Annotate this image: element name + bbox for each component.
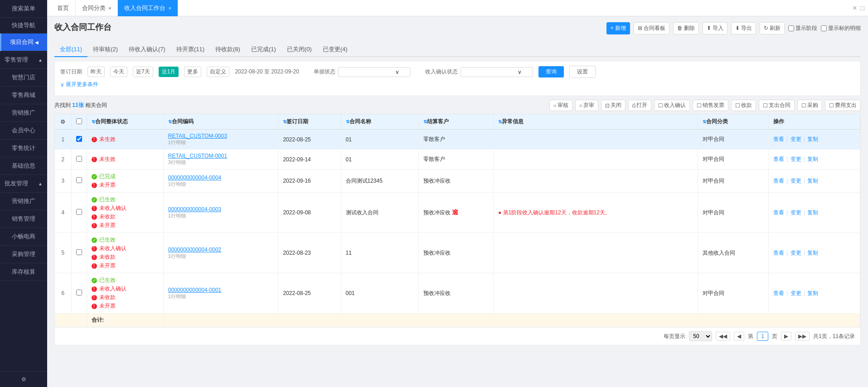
date-btn-today[interactable]: 今天 — [110, 67, 127, 77]
out-contract-btn[interactable]: ☐ 支出合同 — [759, 100, 795, 111]
contract-code-link[interactable]: 0000000000004-0003 — [168, 206, 221, 213]
date-btn-more[interactable]: 更多 — [184, 67, 201, 77]
row-checkbox[interactable] — [71, 169, 87, 193]
change-btn[interactable]: 变更 — [790, 178, 801, 184]
sales-invoice-btn[interactable]: ☐ 销售发票 — [693, 100, 728, 111]
sidebar-item-ecommerce[interactable]: 零售商城 — [0, 87, 47, 104]
sidebar-item-label: 营销推广 — [12, 198, 35, 204]
date-btn-yesterday[interactable]: 昨天 — [87, 67, 105, 77]
change-btn[interactable]: 变更 — [790, 156, 801, 162]
sidebar-item-basic[interactable]: 基础信息 — [0, 157, 47, 175]
change-btn[interactable]: 变更 — [790, 136, 801, 142]
change-btn[interactable]: 变更 — [790, 250, 801, 256]
view-btn[interactable]: 查看 — [773, 178, 784, 184]
review-btn[interactable]: ○ 审核 — [549, 100, 572, 111]
export-button[interactable]: ⬇ 导出 — [731, 22, 756, 34]
copy-btn[interactable]: 复制 — [807, 209, 818, 216]
sidebar-settings[interactable]: ⚙ — [0, 371, 47, 387]
sidebar-item-smart[interactable]: 智慧门店 — [0, 69, 47, 87]
window-close-icon[interactable]: × — [853, 4, 857, 12]
sidebar-item-member[interactable]: 会员中心 — [0, 122, 47, 140]
purchase-btn[interactable]: ☐ 采购 — [797, 100, 822, 111]
sidebar-item-stats[interactable]: 零售统计 — [0, 140, 47, 157]
sidebar-item-sales[interactable]: 销售管理 — [0, 210, 47, 228]
view-btn[interactable]: 查看 — [773, 290, 784, 296]
doc-status-chevron: ∨ — [395, 69, 399, 75]
window-maximize-icon[interactable]: □ — [861, 5, 864, 12]
setting-button[interactable]: 设置 — [569, 66, 596, 78]
contract-code-link[interactable]: RETAIL_CUSTOM-0003 — [168, 133, 227, 139]
doc-status-select[interactable]: ∨ — [338, 67, 411, 77]
change-btn[interactable]: 变更 — [790, 209, 801, 216]
status-tab-completed[interactable]: 已完成(1) — [246, 43, 281, 56]
sidebar-nav[interactable]: 快捷导航 — [0, 18, 47, 34]
tab-contract-type-close[interactable]: × — [108, 5, 111, 11]
sidebar-item-marketing[interactable]: 营销推广 — [0, 104, 47, 122]
sidebar-item-marketing2[interactable]: 营销推广 — [0, 193, 47, 210]
sidebar-item-purchase[interactable]: 采购管理 — [0, 246, 47, 263]
row-checkbox[interactable] — [71, 130, 87, 150]
print-btn[interactable]: ⎙ 打开 — [628, 100, 651, 111]
change-btn[interactable]: 变更 — [790, 290, 801, 296]
sidebar-item-xiaochu[interactable]: 小畅电商 — [0, 228, 47, 246]
next-page-btn[interactable]: ▶ — [781, 332, 791, 341]
show-stages-checkbox[interactable]: 显示阶段 — [788, 24, 817, 32]
confirm-status-select[interactable]: ∨ — [461, 67, 533, 77]
status-tab-pending-review[interactable]: 待审核(2) — [87, 43, 123, 56]
sidebar-search[interactable]: 搜索菜单 — [0, 0, 47, 18]
kanban-button[interactable]: ⊞ 合同看板 — [634, 22, 669, 34]
expand-filter-btn[interactable]: ∨ 展开更多条件 — [60, 81, 98, 88]
copy-btn[interactable]: 复制 — [807, 178, 818, 184]
show-details-checkbox[interactable]: 显示标的明细 — [821, 24, 861, 32]
tab-income-workbench-close[interactable]: × — [168, 5, 171, 11]
contract-code-link[interactable]: 0000000000004-0004 — [168, 174, 221, 181]
sidebar-item-project[interactable]: 项目合同 ◀ — [0, 34, 47, 51]
import-button[interactable]: ⬆ 导入 — [703, 22, 727, 34]
select-all-checkbox[interactable] — [76, 118, 82, 124]
contract-code-link[interactable]: RETAIL_CUSTOM-0001 — [168, 153, 227, 159]
row-checkbox[interactable] — [71, 150, 87, 169]
expense-btn[interactable]: ☐ 费用支出 — [825, 100, 861, 111]
status-tab-closed[interactable]: 已关闭(0) — [281, 43, 317, 56]
sidebar-item-wholesale[interactable]: 批发管理 ▲ — [0, 175, 47, 193]
status-tab-all[interactable]: 全部(11) — [54, 43, 87, 57]
abandon-btn[interactable]: ○ 弃审 — [575, 100, 598, 111]
tab-income-workbench[interactable]: 收入合同工作台 × — [118, 0, 178, 16]
row-checkbox[interactable] — [71, 233, 87, 273]
view-btn[interactable]: 查看 — [773, 156, 784, 162]
copy-btn[interactable]: 复制 — [807, 290, 818, 296]
copy-btn[interactable]: 复制 — [807, 250, 818, 256]
status-tab-pending-payment[interactable]: 待收款(8) — [210, 43, 246, 56]
per-page-select[interactable]: 50 100 200 — [689, 331, 712, 341]
tab-contract-type[interactable]: 合同分类 × — [76, 0, 118, 16]
prev-page-btn[interactable]: ◀ — [734, 332, 744, 341]
income-confirm-btn[interactable]: ☐ 收入确认 — [654, 100, 690, 111]
date-btn-1month[interactable]: 近1月 — [159, 67, 179, 77]
sidebar-item-retail[interactable]: 零售管理 ▲ — [0, 51, 47, 69]
row-checkbox[interactable] — [71, 273, 87, 314]
collection-btn[interactable]: ☐ 收款 — [731, 100, 756, 111]
row-checkbox[interactable] — [71, 193, 87, 233]
tab-home[interactable]: 首页 — [51, 0, 76, 16]
settings-icon[interactable]: ⚙ — [60, 119, 65, 125]
contract-code-link[interactable]: 0000000000004-0001 — [168, 287, 221, 293]
copy-btn[interactable]: 复制 — [807, 136, 818, 142]
view-btn[interactable]: 查看 — [773, 209, 784, 216]
search-button[interactable]: 查询 — [538, 66, 564, 77]
refresh-button[interactable]: ↻ 刷新 — [760, 22, 785, 34]
first-page-btn[interactable]: ◀◀ — [716, 332, 730, 341]
sidebar-item-inventory[interactable]: 库存核算 — [0, 263, 47, 281]
status-tab-pending-invoice[interactable]: 待开票(11) — [171, 43, 210, 56]
date-btn-custom[interactable]: 自定义 — [207, 67, 229, 77]
last-page-btn[interactable]: ▶▶ — [795, 332, 810, 341]
view-btn[interactable]: 查看 — [773, 136, 784, 142]
copy-btn[interactable]: 复制 — [807, 156, 818, 162]
status-tab-pending-confirm[interactable]: 待收入确认(7) — [123, 43, 171, 56]
contract-code-link[interactable]: 0000000000004-0002 — [168, 247, 221, 253]
close-btn[interactable]: ⊡ 关闭 — [601, 100, 626, 111]
status-tab-changed[interactable]: 已变更(4) — [317, 43, 353, 56]
date-btn-7days[interactable]: 近7天 — [133, 67, 153, 77]
delete-button[interactable]: 🗑 删除 — [673, 22, 699, 34]
view-btn[interactable]: 查看 — [773, 250, 784, 256]
add-button[interactable]: + 新增 — [606, 22, 630, 34]
